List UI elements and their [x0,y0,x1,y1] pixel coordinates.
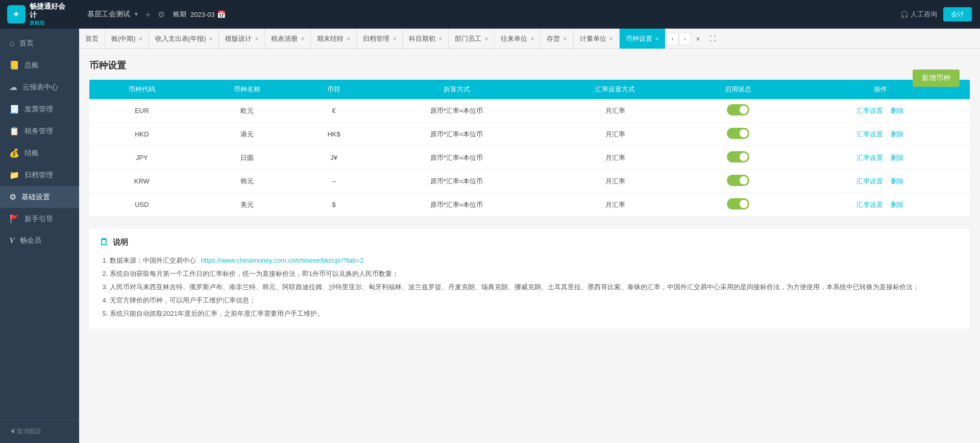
tab-close-template[interactable]: × [255,35,258,42]
status-toggle-KRW[interactable] [727,175,749,186]
sidebar-item-home[interactable]: ⌂ 首页 [0,33,79,54]
tab-inventory[interactable]: 存货 × [541,29,573,49]
tab-subjects[interactable]: 科目期初 × [403,29,449,49]
tab-close-tax[interactable]: × [301,35,304,42]
tab-archive-mgr[interactable]: 归档管理 × [357,29,403,49]
tab-close-customers[interactable]: × [530,35,534,42]
delete-link-KRW[interactable]: 删除 [891,177,904,185]
table-row: HKD 港元 HK$ 原币*汇率=本位币 月汇率 汇率设置 删除 [89,123,970,146]
tab-close-inventory[interactable]: × [563,35,567,42]
cell-name: 日圆 [194,146,300,170]
cell-action: 汇率设置 删除 [791,170,970,193]
cell-action: 汇率设置 删除 [791,123,970,146]
notes-link[interactable]: https://www.chinamoney.com.cn/chinese/bk… [201,257,364,264]
tab-prev-btn[interactable]: ‹ [667,33,679,45]
sidebar-item-invoice[interactable]: 🧾 发票管理 [0,98,79,120]
company-settings-icon[interactable]: ⚙ [158,10,165,19]
sidebar-item-ledger[interactable]: 📒 总账 [0,54,79,76]
tab-period-close[interactable]: 期末结转 × [311,29,357,49]
tab-close-balance[interactable]: × [139,35,142,42]
rate-setting-link-EUR[interactable]: 汇率设置 [856,107,883,114]
cell-rate-type: 月汇率 [545,193,685,217]
tab-departments[interactable]: 部门员工 × [449,29,495,49]
col-code: 币种代码 [89,80,194,99]
tab-close-archive-mgr[interactable]: × [393,35,396,42]
sidebar-item-archive[interactable]: 📁 归档管理 [0,164,79,186]
delete-link-HKD[interactable]: 删除 [891,130,904,138]
cell-rate-type: 月汇率 [545,146,685,170]
tab-close-currency[interactable]: × [655,35,659,42]
cell-status[interactable] [685,146,791,170]
cell-name: 美元 [194,193,300,217]
calendar-icon[interactable]: 📅 [217,10,226,18]
cell-symbol: $ [299,193,368,217]
sidebar-item-closing[interactable]: 💰 结账 [0,142,79,164]
tab-customers[interactable]: 往来单位 × [495,29,541,49]
expand-tabs-btn[interactable]: ⛶ [705,32,720,46]
tab-close-departments[interactable]: × [484,35,488,42]
delete-link-USD[interactable]: 删除 [891,201,904,208]
tab-close-unit[interactable]: × [609,35,613,42]
col-rate-type: 汇率设置方式 [545,80,685,99]
tab-close-income[interactable]: × [209,35,212,42]
tab-close-subjects[interactable]: × [438,35,442,42]
tab-next-btn[interactable]: › [679,33,691,45]
cell-name: 欧元 [194,99,300,123]
sidebar-item-guide[interactable]: 🚩 新手引导 [0,208,79,230]
table-body: EUR 欧元 € 原币*汇率=本位币 月汇率 汇率设置 删除 HKD 港元 HK… [89,99,970,217]
sidebar-item-member[interactable]: V 畅会员 [0,230,79,251]
close-all-tabs-btn[interactable]: × [691,32,705,46]
accountant-btn[interactable]: 会计 [943,7,972,21]
new-currency-btn[interactable]: 新增币种 [913,69,960,87]
rate-setting-link-USD[interactable]: 汇率设置 [856,201,883,208]
status-toggle-EUR[interactable] [727,104,749,115]
cell-rate-type: 月汇率 [545,170,685,193]
ledger-icon: 📒 [9,60,19,70]
cell-status[interactable] [685,170,791,193]
tab-template[interactable]: 模版设计 × [219,29,265,49]
logo-icon: ✦ [7,5,26,24]
cell-status[interactable] [685,123,791,146]
status-toggle-USD[interactable] [727,198,749,209]
header-right: 🎧 人工咨询 会计 [900,7,972,21]
rate-setting-link-JPY[interactable]: 汇率设置 [856,154,883,161]
cell-symbol: HK$ [299,123,368,146]
tab-currency[interactable]: 币种设置 × [620,29,666,49]
guide-icon: 🚩 [9,214,19,224]
cell-status[interactable] [685,193,791,217]
sidebar-item-tax[interactable]: 📋 税务管理 [0,120,79,142]
collapse-sidebar-btn[interactable]: ◀ 取消固定 [0,419,79,443]
cell-action: 汇率设置 删除 [791,146,970,170]
cell-name: 韩元 [194,170,300,193]
notes-list: 数据来源：中国外汇交易中心 https://www.chinamoney.com… [100,254,960,320]
info-icon: 🗒 [100,237,109,248]
tab-close-period-close[interactable]: × [347,35,350,42]
add-company-btn[interactable]: ＋ [143,8,153,20]
cloud-icon: ☁ [9,82,17,92]
company-selector[interactable]: 基层工会测试 ▼ [87,10,139,19]
note-item: 系统自动获取每月第一个工作日的汇率标价，统一为直接标价法，即1外币可以兑换的人民… [110,267,960,281]
tab-tax[interactable]: 税表清册 × [265,29,311,49]
page-header: 币种设置 新增币种 [89,59,970,72]
sidebar-item-settings[interactable]: ⚙ 基础设置 [0,186,79,208]
app-logo: ✦ 畅捷通好会计 旗舰版 [0,0,79,29]
col-name: 币种名称 [194,80,300,99]
rate-setting-link-KRW[interactable]: 汇率设置 [856,177,883,185]
tab-unit[interactable]: 计量单位 × [574,29,620,49]
service-btn[interactable]: 🎧 人工咨询 [900,10,937,19]
tab-balance[interactable]: 账(中期) × [105,29,149,49]
sidebar-item-reports[interactable]: ☁ 云报表中心 [0,76,79,98]
status-toggle-JPY[interactable] [727,151,749,162]
invoice-icon: 🧾 [9,104,19,114]
table-header: 币种代码 币种名称 币符 折算方式 汇率设置方式 启用状态 操作 [89,80,970,99]
tab-home[interactable]: 首页 [79,29,105,49]
delete-link-JPY[interactable]: 删除 [891,154,904,161]
rate-setting-link-HKD[interactable]: 汇率设置 [856,130,883,138]
cell-status[interactable] [685,99,791,123]
delete-link-EUR[interactable]: 删除 [891,107,904,114]
status-toggle-HKD[interactable] [727,128,749,139]
tab-income[interactable]: 收入支出表(年报) × [149,29,219,49]
sidebar-nav: ⌂ 首页 📒 总账 ☁ 云报表中心 🧾 发票管理 📋 税务管理 💰 结账 📁 归… [0,29,79,419]
cell-code: USD [89,193,194,217]
archive-icon: 📁 [9,170,19,180]
